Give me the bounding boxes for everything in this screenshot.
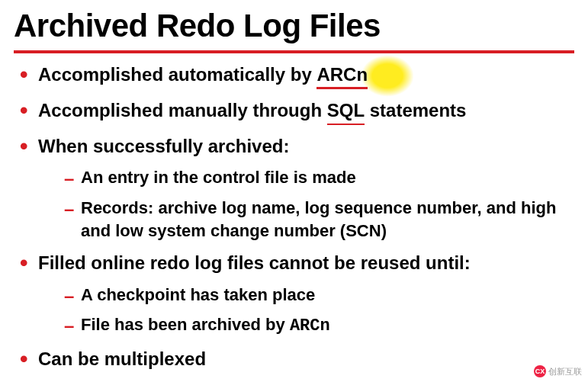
list-item: An entry in the control file is made: [64, 166, 574, 189]
list-item: A checkpoint has taken place: [64, 284, 574, 307]
watermark-logo-icon: CX: [534, 365, 546, 377]
text-fragment: File has been archived by: [81, 315, 290, 334]
title-rule: [14, 50, 574, 53]
sub-bullet-list: An entry in the control file is made Rec…: [38, 166, 574, 242]
list-item: File has been archived by ARCn: [64, 313, 574, 338]
list-item: Can be multiplexed: [20, 347, 574, 371]
watermark: CX 创新互联: [534, 365, 582, 377]
text-fragment: Accomplished manually through: [38, 100, 327, 120]
list-item: Accomplished manually through SQL statem…: [20, 98, 574, 124]
list-item: Records: archive log name, log sequence …: [64, 197, 574, 242]
watermark-text: 创新互联: [548, 366, 582, 377]
list-item: When successfully archived: An entry in …: [20, 134, 574, 242]
page-title: Archived Redo Log Files: [14, 8, 574, 44]
list-item: Filled online redo log files cannot be r…: [20, 251, 574, 338]
sub-bullet-list: A checkpoint has taken place File has be…: [38, 284, 574, 338]
text-fragment: When successfully archived:: [38, 136, 289, 156]
emphasized-term-arcn: ARCn: [316, 63, 368, 89]
text-fragment: Filled online redo log files cannot be r…: [38, 252, 471, 273]
main-bullet-list: Accomplished automatically by ARCn Accom…: [14, 63, 574, 382]
emphasized-term-sql: SQL: [327, 98, 365, 124]
text-fragment: statements: [365, 100, 466, 120]
text-fragment: Accomplished automatically by: [38, 64, 316, 85]
mono-term-arcn: ARCn: [290, 316, 330, 335]
list-item: Accomplished automatically by ARCn: [20, 63, 574, 89]
